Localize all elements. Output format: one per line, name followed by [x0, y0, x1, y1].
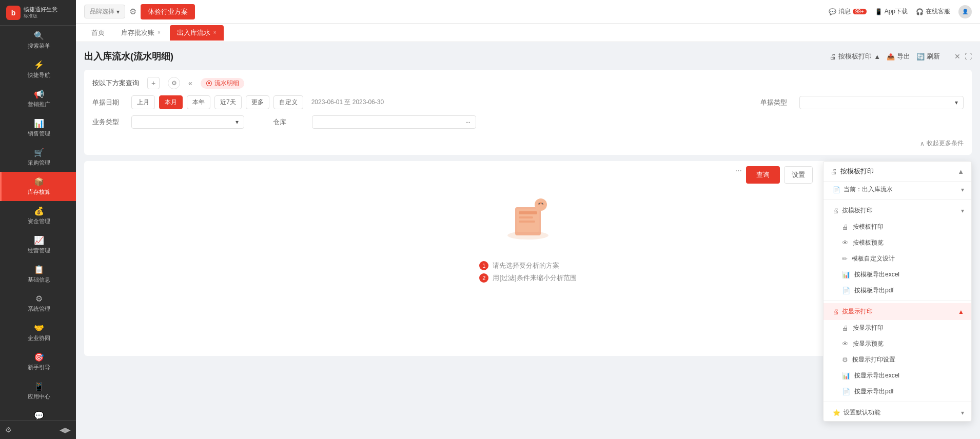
headset-icon: 🎧: [916, 8, 924, 15]
tab-inout-flow-close[interactable]: ×: [213, 30, 217, 35]
sidebar-item-basic[interactable]: 📋 基础信息: [0, 260, 76, 289]
sidebar-item-app-center-label: 应用中心: [28, 393, 50, 401]
panel-current-item[interactable]: 📄 当前：出入库流水 ▾: [824, 182, 971, 197]
tab-inventory-batch-close[interactable]: ×: [158, 30, 161, 35]
query-button[interactable]: 查询: [746, 166, 780, 184]
sidebar-item-cooperation[interactable]: 🤝 企业协同: [0, 318, 76, 347]
template-print-action-icon: 🖨: [842, 223, 849, 231]
sidebar-item-search[interactable]: 🔍 搜索菜单: [0, 26, 76, 55]
window-close-btn[interactable]: ✕: [954, 52, 961, 61]
page-actions: 🖨 按模板打印 ▲ 📤 导出 🔄 刷新 ✕ ⛶: [830, 52, 972, 61]
panel-header: 🖨 按模板打印 ▲: [824, 162, 971, 182]
panel-display-preview[interactable]: 👁 按显示预览: [824, 336, 971, 352]
collapse-more-btn[interactable]: ∧ 收起更多条件: [92, 135, 964, 148]
sidebar-item-system[interactable]: ⚙ 系统管理: [0, 289, 76, 318]
panel-display-export-excel[interactable]: 📊 按显示导出excel: [824, 368, 971, 384]
sidebar-item-purchase[interactable]: 🛒 采购管理: [0, 143, 76, 172]
filter-collapse-btn[interactable]: «: [188, 79, 192, 87]
content-more-dots[interactable]: ···: [735, 166, 742, 184]
filter-add-btn[interactable]: +: [147, 77, 160, 89]
header-settings-icon[interactable]: ⚙: [129, 7, 136, 16]
print-btn[interactable]: 🖨 按模板打印 ▲: [830, 52, 880, 61]
top-header: 品牌选择 ▾ ⚙ 体验行业方案 💬 消息 99+ 📱 App下载 🎧 在线客服 …: [76, 0, 980, 24]
step-1-num: 1: [479, 261, 488, 270]
message-icon: 💬: [829, 8, 836, 15]
sidebar-item-sales[interactable]: 📊 销售管理: [0, 113, 76, 143]
main-wrapper: 品牌选择 ▾ ⚙ 体验行业方案 💬 消息 99+ 📱 App下载 🎧 在线客服 …: [76, 0, 980, 439]
template-chevron-down: ▾: [961, 207, 964, 214]
date-range-display: 2023-06-01 至 2023-06-30: [311, 98, 384, 107]
svg-rect-4: [519, 216, 533, 218]
sidebar-collapse-btn[interactable]: ◀▶: [60, 426, 71, 434]
panel-template-print-action[interactable]: 🖨 按模板打印: [824, 219, 971, 235]
system-icon: ⚙: [35, 294, 43, 304]
panel-display-print-action[interactable]: 🖨 按显示打印: [824, 320, 971, 336]
app-download-btn[interactable]: 📱 App下载: [875, 7, 908, 16]
window-expand-btn[interactable]: ⛶: [965, 52, 972, 61]
sidebar-settings-btn[interactable]: ⚙: [5, 426, 12, 434]
sidebar-item-finance[interactable]: 💰 资金管理: [0, 201, 76, 230]
panel-template-custom[interactable]: ✏ 模板自定义设计: [824, 251, 971, 267]
content-settings-button[interactable]: 设置: [784, 166, 813, 184]
header-left: 品牌选择 ▾ ⚙ 体验行业方案: [84, 4, 829, 19]
user-avatar[interactable]: 👤: [958, 5, 972, 18]
export-icon: 📤: [887, 53, 895, 61]
doc-type-select[interactable]: ▾: [799, 96, 964, 109]
online-service-btn[interactable]: 🎧 在线客服: [916, 7, 950, 16]
doc-type-label: 单据类型: [760, 98, 791, 107]
panel-display-print-settings[interactable]: ⚙ 按显示打印设置: [824, 352, 971, 368]
printer-icon: 🖨: [830, 53, 836, 61]
date-btn-this-year[interactable]: 本年: [187, 95, 210, 109]
biz-type-select[interactable]: ▾: [131, 115, 244, 129]
marketing-icon: 📢: [34, 89, 44, 99]
refresh-btn[interactable]: 🔄 刷新: [916, 52, 940, 61]
tab-home[interactable]: 首页: [84, 25, 112, 41]
tab-inventory-batch[interactable]: 库存批次账 ×: [114, 25, 168, 41]
sidebar-item-marketing[interactable]: 📢 营销推广: [0, 84, 76, 113]
sidebar-item-inventory-label: 库存核算: [28, 188, 50, 196]
sidebar-item-wechat[interactable]: 💬 企业微信: [0, 406, 76, 420]
date-btn-7days[interactable]: 近7天: [214, 95, 242, 109]
export-btn[interactable]: 📤 导出: [887, 52, 910, 61]
sidebar-item-inventory[interactable]: 📦 库存核算: [0, 172, 76, 201]
sidebar-item-guide[interactable]: 🎯 新手引导: [0, 347, 76, 376]
empty-step-2: 2 用[过滤]条件来缩小分析范围: [479, 273, 576, 283]
print-label: 按模板打印: [838, 52, 872, 61]
date-btn-last-month[interactable]: 上月: [131, 95, 155, 109]
date-btn-custom[interactable]: 自定义: [273, 95, 303, 109]
sidebar-item-operation[interactable]: 📈 经营管理: [0, 230, 76, 260]
panel-set-default-header[interactable]: ⭐ 设置默认功能 ▾: [824, 404, 971, 421]
date-btn-more[interactable]: 更多: [246, 95, 269, 109]
display-export-excel-label: 按显示导出excel: [854, 371, 899, 380]
panel-template-export-pdf[interactable]: 📄 按模板导出pdf: [824, 283, 971, 298]
display-pdf-icon: 📄: [842, 388, 850, 395]
sidebar-item-quick-nav[interactable]: ⚡ 快捷导航: [0, 55, 76, 84]
sidebar-item-system-label: 系统管理: [28, 305, 50, 313]
message-btn[interactable]: 💬 消息 99+: [829, 7, 867, 16]
display-print-settings-label: 按显示打印设置: [852, 355, 895, 364]
empty-illustration: [497, 192, 559, 253]
sidebar-item-app-center[interactable]: 📱 应用中心: [0, 376, 76, 406]
panel-display-print-label: 按显示打印: [842, 307, 873, 316]
brand-selector[interactable]: 品牌选择 ▾: [84, 5, 125, 18]
display-export-pdf-label: 按显示导出pdf: [854, 387, 894, 396]
panel-display-export-pdf[interactable]: 📄 按显示导出pdf: [824, 384, 971, 400]
display-preview-icon: 👁: [842, 340, 849, 348]
display-chevron-up: ▲: [958, 308, 964, 315]
sidebar-item-cooperation-label: 企业协同: [28, 334, 50, 342]
warehouse-select[interactable]: ···: [312, 115, 476, 129]
panel-template-preview[interactable]: 👁 按模板预览: [824, 235, 971, 251]
panel-divider-3: [824, 402, 971, 402]
trial-button[interactable]: 体验行业方案: [141, 4, 195, 19]
panel-template-print-header[interactable]: 🖨 按模板打印 ▾: [824, 202, 971, 219]
filter-tag[interactable]: ⦿ 流水明细: [201, 78, 244, 89]
panel-template-export-excel[interactable]: 📊 按模板导出excel: [824, 267, 971, 283]
window-controls: ✕ ⛶: [954, 52, 972, 61]
sidebar-item-purchase-label: 采购管理: [28, 159, 50, 167]
sidebar-item-search-label: 搜索菜单: [28, 42, 50, 50]
tab-inout-flow[interactable]: 出入库流水 ×: [170, 25, 224, 41]
filter-settings-btn[interactable]: ⚙: [168, 77, 180, 89]
panel-display-print-header[interactable]: 🖨 按显示打印 ▲: [824, 303, 971, 320]
date-toolbar: 上月 本月 本年 近7天 更多 自定义 2023-06-01 至 2023-06…: [131, 95, 742, 109]
date-btn-this-month[interactable]: 本月: [159, 95, 183, 109]
